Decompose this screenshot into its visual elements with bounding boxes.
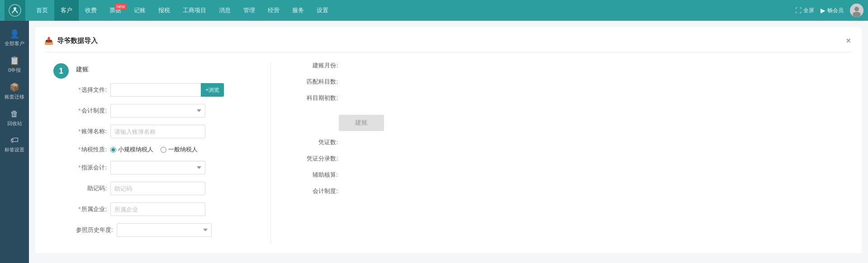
nav-item-工商项目[interactable]: 工商项目 — [176, 0, 213, 21]
accounting-system-row: *会计制度: — [76, 104, 243, 117]
right-accounting-system-row: 会计制度: — [298, 187, 425, 195]
sidebar-item-账套迁移[interactable]: 📦账套迁移 — [0, 79, 29, 103]
voucher-count-label: 凭证数: — [298, 138, 338, 146]
file-label: *选择文件: — [76, 86, 107, 94]
accounting-system-select[interactable] — [110, 104, 205, 117]
right-accounting-system-label: 会计制度: — [298, 187, 338, 195]
ledger-name-label: *账簿名称: — [76, 127, 107, 136]
nav-item-经营[interactable]: 经营 — [261, 0, 286, 21]
aux-label: 辅助核算: — [298, 171, 338, 179]
nav-item-设置[interactable]: 设置 — [310, 0, 335, 21]
file-row: *选择文件: +浏览 — [76, 83, 243, 97]
nav-right: ⛶ 全屏 ▶ 畅会员 — [795, 4, 863, 17]
period-label: 建账月份: — [298, 61, 338, 70]
voucher-entries-row: 凭证分录数: — [298, 155, 425, 163]
subject-init-label: 科目期初数: — [298, 94, 338, 102]
memo-code-label: 助记码: — [76, 184, 107, 193]
layout: 👤全部客户📋0申报📦账套迁移🗑回收站🏷标签设置 📥 导爷数据导入 × — [0, 21, 868, 263]
divider — [270, 61, 271, 244]
tax-small-radio[interactable] — [110, 147, 116, 153]
tax-small-option[interactable]: 小规模纳税人 — [110, 146, 153, 154]
dialog-header-left: 📥 导爷数据导入 — [44, 37, 98, 45]
nav-item-票据[interactable]: 票据new — [103, 0, 128, 21]
logo[interactable] — [5, 0, 25, 21]
file-input[interactable] — [110, 83, 201, 97]
member-icon: ▶ — [821, 7, 825, 14]
sidebar-item-回收站[interactable]: 🗑回收站 — [0, 106, 29, 130]
memo-code-input[interactable] — [110, 182, 205, 195]
dialog-import-icon: 📥 — [44, 37, 53, 45]
close-icon[interactable]: × — [844, 36, 853, 46]
aux-row: 辅助核算: — [298, 171, 425, 179]
sidebar-icon: 🗑 — [10, 109, 19, 119]
voucher-entries-label: 凭证分录数: — [298, 155, 338, 163]
svg-point-1 — [14, 7, 16, 10]
top-nav: 首页客户收费票据new记账报税工商项目消息管理经营服务设置 ⛶ 全屏 ▶ 畅会员 — [0, 0, 868, 21]
sidebar-icon: 📋 — [9, 56, 19, 66]
tax-general-label: 一般纳税人 — [168, 146, 198, 154]
nav-item-报税[interactable]: 报税 — [152, 0, 176, 21]
dialog-header: 📥 导爷数据导入 × — [44, 36, 853, 52]
tax-type-label: *纳税性质: — [76, 146, 107, 154]
period-row: 建账月份: — [298, 61, 425, 70]
sidebar: 👤全部客户📋0申报📦账套迁移🗑回收站🏷标签设置 — [0, 21, 29, 263]
sidebar-label: 账套迁移 — [5, 94, 24, 100]
browse-button[interactable]: +浏览 — [201, 83, 224, 97]
required-star5: * — [78, 164, 81, 171]
required-star2: * — [78, 107, 81, 114]
nav-item-客户[interactable]: 客户 — [54, 0, 79, 21]
company-row: *所属企业: — [76, 202, 243, 216]
form-right: 建账月份: 匹配科目数: 科目期初数: 建账 凭证 — [298, 61, 425, 244]
nav-item-记账[interactable]: 记账 — [128, 0, 152, 21]
form-section: *选择文件: +浏览 *会计制度: — [53, 83, 243, 237]
fullscreen-label: 全屏 — [803, 7, 814, 14]
ref-year-label: 参照历史年度: — [76, 226, 113, 234]
required-star4: * — [78, 146, 81, 153]
match-subjects-row: 匹配科目数: — [298, 78, 425, 86]
subject-init-row: 科目期初数: — [298, 94, 425, 102]
avatar[interactable] — [850, 4, 863, 17]
step-label: 建账 — [76, 61, 89, 77]
sidebar-label: 回收站 — [7, 121, 22, 127]
nav-item-服务[interactable]: 服务 — [286, 0, 310, 21]
ref-year-row: 参照历史年度: — [76, 223, 243, 237]
svg-point-3 — [854, 7, 859, 11]
accounting-system-label: *会计制度: — [76, 107, 107, 115]
ledger-name-input[interactable] — [110, 125, 205, 138]
nav-item-消息[interactable]: 消息 — [213, 0, 237, 21]
tax-radio-group: 小规模纳税人 一般纳税人 — [110, 146, 198, 154]
tax-type-row: *纳税性质: 小规模纳税人 一般纳税人 — [76, 146, 243, 154]
ref-year-select[interactable] — [117, 223, 212, 237]
sidebar-label: 全部客户 — [5, 41, 24, 47]
sidebar-item-0申报[interactable]: 📋0申报 — [0, 52, 29, 77]
match-subjects-label: 匹配科目数: — [298, 78, 338, 86]
memo-code-row: 助记码: — [76, 182, 243, 195]
member-label: 畅会员 — [827, 7, 844, 14]
sidebar-icon: 📦 — [9, 82, 19, 92]
fullscreen-button[interactable]: ⛶ 全屏 — [795, 7, 814, 14]
tax-general-radio[interactable] — [161, 147, 166, 153]
nav-item-收费[interactable]: 收费 — [79, 0, 103, 21]
form-left: 1 建账 *选择文件: +浏览 — [53, 61, 243, 244]
assign-accountant-select[interactable] — [110, 161, 205, 174]
ledger-name-row: *账簿名称: — [76, 125, 243, 138]
content-area: 📥 导爷数据导入 × 1 建账 — [35, 27, 862, 253]
fullscreen-icon: ⛶ — [795, 7, 802, 14]
nav-item-管理[interactable]: 管理 — [237, 0, 261, 21]
member-button[interactable]: ▶ 畅会员 — [821, 7, 844, 14]
nav-item-首页[interactable]: 首页 — [30, 0, 54, 21]
voucher-count-row: 凭证数: — [298, 138, 425, 146]
nav-items: 首页客户收费票据new记账报税工商项目消息管理经营服务设置 — [30, 0, 795, 21]
company-input[interactable] — [110, 202, 205, 216]
step-circle: 1 — [53, 63, 69, 79]
tax-general-option[interactable]: 一般纳税人 — [161, 146, 198, 154]
sidebar-label: 标签设置 — [5, 147, 24, 153]
company-label: *所属企业: — [76, 205, 107, 213]
sidebar-icon: 🏷 — [10, 136, 19, 145]
sidebar-item-标签设置[interactable]: 🏷标签设置 — [0, 132, 29, 156]
assign-accountant-row: *指派会计: — [76, 161, 243, 174]
sidebar-icon: 👤 — [9, 29, 19, 39]
form-layout: 1 建账 *选择文件: +浏览 — [44, 61, 853, 244]
build-button[interactable]: 建账 — [339, 115, 384, 131]
sidebar-item-全部客户[interactable]: 👤全部客户 — [0, 25, 29, 50]
